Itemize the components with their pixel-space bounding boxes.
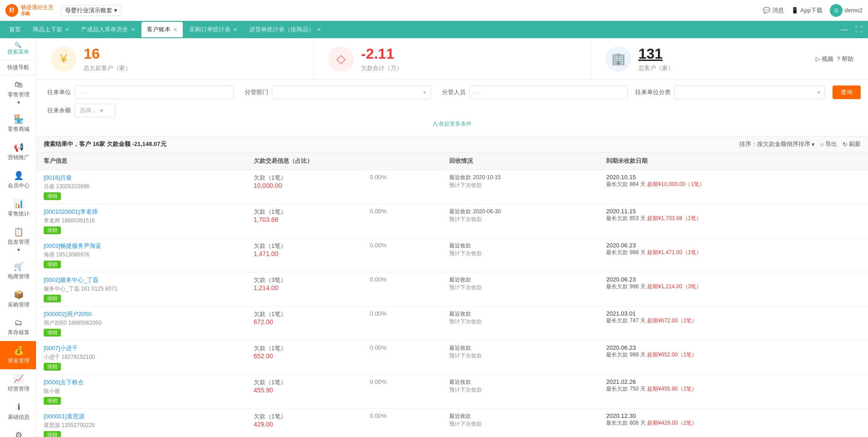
sidebar-item-ops[interactable]: 📈 经营管理 bbox=[0, 369, 36, 397]
debt-amount-3[interactable]: 1,214.00 bbox=[254, 284, 352, 291]
sidebar-inventory-label: 库存核算 bbox=[8, 329, 30, 337]
tab-maximize-btn[interactable]: ⛶ bbox=[853, 25, 864, 35]
overdue-info-4: 最长欠款 747 天 超期¥672.00（1笔） bbox=[606, 317, 861, 325]
export-btn[interactable]: ○ 导出 bbox=[820, 140, 837, 148]
sidebar-search-menu[interactable]: 🔍 搜索菜单 bbox=[0, 38, 36, 60]
next-collect-0: 预计下次收款 bbox=[449, 181, 592, 189]
overdue-link-3[interactable]: 超期¥1,214.00（3笔） bbox=[647, 283, 702, 290]
overdue-link-7[interactable]: 超期¥429.00（1笔） bbox=[647, 420, 697, 426]
collapse-bar[interactable]: ⋀ 收起更多条件 bbox=[44, 117, 861, 131]
debt-amount-5[interactable]: 652.00 bbox=[254, 352, 352, 360]
overdue-link-5[interactable]: 超期¥652.00（1笔） bbox=[647, 352, 697, 358]
cell-due-1: 2020.11.15 最长欠款 853 天 超期¥1,703.68（1笔） bbox=[599, 204, 868, 238]
sidebar-item-finance[interactable]: 💰 资金管理 bbox=[0, 341, 36, 369]
sidebar-item-inventory[interactable]: 🗂 库存核算 bbox=[0, 313, 36, 341]
unit-type-input[interactable]: ▾ bbox=[674, 85, 825, 99]
customer-name-4[interactable]: [000002]用户2050 bbox=[44, 310, 239, 318]
tab-product-off-close[interactable]: ✕ bbox=[65, 27, 69, 33]
overdue-days-6: 最长欠款 750 天 bbox=[606, 386, 647, 392]
sort-btn[interactable]: 排序：按欠款金额倒序排序 ▾ bbox=[739, 140, 815, 148]
sidebar-item-batch-mgmt[interactable]: 📋 批发管理 ▼ bbox=[0, 222, 36, 257]
debt-amount-2[interactable]: 1,471.00 bbox=[254, 250, 352, 257]
sidebar-item-basic[interactable]: ℹ 基础信息 bbox=[0, 397, 36, 426]
customer-name-7[interactable]: [000001]黄思源 bbox=[44, 412, 239, 421]
sidebar-item-purchase[interactable]: 📦 采购管理 bbox=[0, 285, 36, 313]
cell-debt-0: 欠款（1笔） 10,000.00 bbox=[246, 170, 359, 204]
collect-label-1: 最近收款 bbox=[449, 208, 471, 215]
customer-name-5[interactable]: [0007]小进千 bbox=[44, 344, 239, 352]
overdue-link-1[interactable]: 超期¥1,703.68（1笔） bbox=[647, 215, 702, 221]
customer-name-0[interactable]: [0016]吕俊 bbox=[44, 174, 239, 182]
company-selector[interactable]: 母婴行业演示账套 ▾ bbox=[61, 5, 121, 16]
due-date-6: 2021.02.26 bbox=[606, 378, 861, 385]
tab-product-off-label: 商品上下架 bbox=[33, 25, 62, 34]
tab-purchase-stat-close[interactable]: ✕ bbox=[317, 27, 321, 33]
overdue-link-6[interactable]: 超期¥455.90（1笔） bbox=[647, 386, 697, 392]
stat-card-total-customers: 🏢 131 总客户（家） ▷ 视频 ? 帮助 bbox=[591, 38, 868, 80]
sidebar-item-ecom[interactable]: 🛒 电商管理 bbox=[0, 257, 36, 285]
debt-amount-4[interactable]: 672.00 bbox=[254, 318, 352, 326]
sidebar-item-retail-mall[interactable]: 🏪 零售商城 bbox=[0, 110, 36, 138]
debt-amount-0[interactable]: 10,000.00 bbox=[254, 182, 352, 189]
debt-amount-1[interactable]: 1,703.68 bbox=[254, 216, 352, 223]
sidebar-fast-nav[interactable]: 快捷导航 bbox=[0, 60, 36, 75]
sidebar-item-marketing[interactable]: 📢 营销推广 bbox=[0, 138, 36, 166]
ratio-4: 0.00% bbox=[370, 310, 387, 317]
sidebar-item-member[interactable]: 👤 会员中心 bbox=[0, 166, 36, 194]
tab-home[interactable]: 首页 bbox=[4, 22, 26, 37]
balance-select[interactable]: 选择... ▾ bbox=[75, 104, 115, 117]
debt-amount-6[interactable]: 455.90 bbox=[254, 387, 352, 394]
sidebar-item-sys[interactable]: ⚙ 系统管理 bbox=[0, 426, 36, 437]
tab-purchase-order[interactable]: 采购订单统计表 ✕ bbox=[184, 22, 243, 37]
debt-amount-7[interactable]: 429.00 bbox=[254, 421, 352, 428]
debt-amount-label: 欠款合计（万） bbox=[361, 64, 402, 72]
sort-arrow: ▾ bbox=[812, 141, 815, 148]
cell-due-3: 2020.06.23 最长欠款 998 天 超期¥1,214.00（3笔） bbox=[599, 272, 868, 306]
tab-product-history[interactable]: 产成品入库单历史 ✕ bbox=[75, 22, 140, 37]
tab-minimize-btn[interactable]: — bbox=[839, 25, 850, 35]
customer-name-3[interactable]: [0002]服务中心_丁磊 bbox=[44, 276, 239, 284]
collect-row-2: 最近收款 bbox=[449, 242, 592, 250]
purchase-icon: 📦 bbox=[14, 290, 24, 300]
query-button[interactable]: 查询 bbox=[833, 85, 861, 99]
filter-area: 往来单位 ··· 分管部门 ▾ 分管人员 ··· bbox=[36, 80, 868, 136]
total-customers-num[interactable]: 131 bbox=[638, 45, 674, 62]
tab-customer-account[interactable]: 客户账本 ✕ bbox=[141, 22, 183, 37]
tab-product-history-close[interactable]: ✕ bbox=[131, 27, 135, 33]
overdue-link-0[interactable]: 超期¥10,000.00（1笔） bbox=[647, 181, 705, 187]
help-btn[interactable]: ? 帮助 bbox=[837, 55, 853, 63]
total-customers-label: 总客户（家） bbox=[638, 64, 674, 72]
video-btn[interactable]: ▷ 视频 bbox=[816, 55, 833, 63]
customer-name-2[interactable]: [0003]畅捷服务尹海蓝 bbox=[44, 242, 239, 250]
message-btn[interactable]: 💬 消息 bbox=[763, 6, 784, 15]
refresh-btn[interactable]: ↻ 刷新 bbox=[843, 140, 861, 148]
top-bar: 好 畅捷通好生意 乐账 母婴行业演示账套 ▾ 💬 消息 📱 App下载 D de… bbox=[0, 0, 868, 21]
customer-name-1[interactable]: [0001020001]李老师 bbox=[44, 208, 239, 216]
stat-card-debt-amount: ◇ -2.11 欠款合计（万） bbox=[314, 38, 591, 80]
overdue-link-4[interactable]: 超期¥672.00（1笔） bbox=[647, 317, 697, 324]
brand-link[interactable]: 乐账 bbox=[21, 11, 54, 16]
dept-input[interactable]: ▾ bbox=[272, 85, 431, 99]
user-area[interactable]: D demo2 bbox=[830, 4, 863, 17]
sidebar-finance-label: 资金管理 bbox=[8, 357, 30, 365]
tab-customer-account-close[interactable]: ✕ bbox=[173, 27, 177, 33]
retail-mall-icon: 🏪 bbox=[14, 114, 24, 124]
tab-purchase-stat[interactable]: 进货单统计表（按商品） ✕ bbox=[244, 22, 326, 37]
overdue-link-2[interactable]: 超期¥1,471.00（1笔） bbox=[647, 249, 702, 256]
filter-person: 分管人员 ··· bbox=[438, 85, 628, 99]
tab-product-off[interactable]: 商品上下架 ✕ bbox=[27, 22, 75, 37]
sidebar-item-retail-stat[interactable]: 📊 零售统计 bbox=[0, 194, 36, 222]
app-download-btn[interactable]: 📱 App下载 bbox=[791, 6, 823, 15]
customer-name-6[interactable]: [0006]去下粮仓 bbox=[44, 378, 239, 387]
cell-customer-7: [000001]黄思源 黄思源 13552700226 现销 bbox=[36, 409, 246, 437]
person-input[interactable]: ··· bbox=[469, 85, 628, 99]
table-container: 客户信息 欠款交易信息（占比） 回收情况 到期未收款日期 [0016]吕俊 吕俊… bbox=[36, 152, 868, 437]
video-label: 视频 bbox=[822, 55, 833, 63]
customer-tag-2: 现销 bbox=[44, 261, 61, 268]
filter-unit-type: 往来单位分类 ▾ bbox=[635, 85, 825, 99]
from-unit-input[interactable]: ··· bbox=[75, 85, 234, 99]
cell-ratio-6: 0.00% bbox=[359, 375, 442, 409]
sidebar-item-retail-mgmt[interactable]: 🛍 零售管理 ▼ bbox=[0, 75, 36, 110]
logo-area: 好 畅捷通好生意 乐账 bbox=[5, 4, 54, 17]
tab-purchase-order-close[interactable]: ✕ bbox=[233, 27, 237, 33]
